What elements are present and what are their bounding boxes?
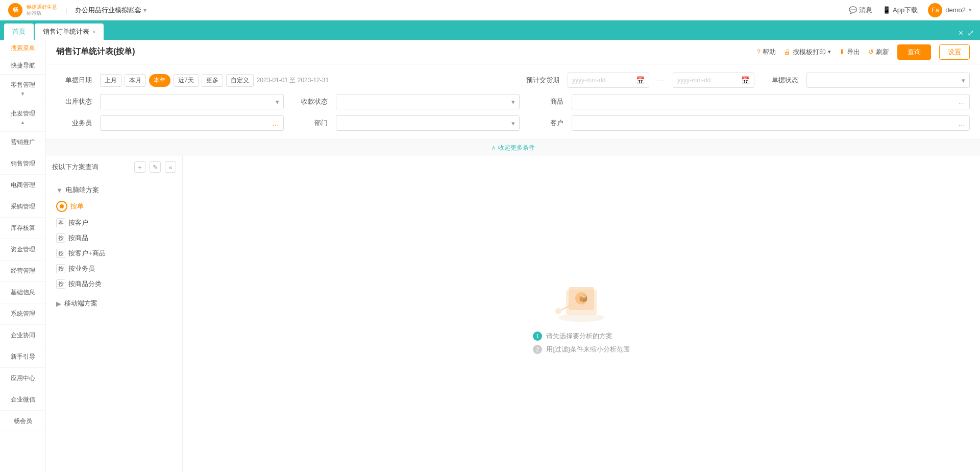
- tab-close-icon[interactable]: ×: [92, 29, 95, 35]
- date-label: 单据日期: [56, 76, 92, 85]
- scheme-item-by-goods[interactable]: 按 按商品: [52, 230, 176, 246]
- logo-subtitle: 畅捷通好生意: [27, 4, 57, 10]
- message-icon: 💬: [849, 6, 857, 14]
- right-panel: 📦 1 请先选择要分析的方案 2 用[过滤]条件来缩小分析范围: [183, 156, 980, 472]
- tip-item-1: 1 请先选择要分析的方案: [533, 332, 629, 341]
- sidebar-item-enterprise[interactable]: 企业协同: [0, 325, 45, 346]
- print-dropdown-icon: ▾: [828, 49, 831, 55]
- top-bar-right: 💬 消息 📱 App下载 Ea demo2 ▾: [849, 3, 972, 17]
- sidebar-item-system[interactable]: 系统管理: [0, 303, 45, 325]
- date-btn-this-year[interactable]: 本年: [149, 74, 170, 87]
- customer-input[interactable]: …: [572, 115, 970, 131]
- user-menu[interactable]: Ea demo2 ▾: [928, 3, 972, 17]
- empty-state: 📦 1 请先选择要分析的方案 2 用[过滤]条件来缩小分析范围: [533, 274, 629, 354]
- goods-input[interactable]: …: [572, 94, 970, 109]
- tab-sales-statistics[interactable]: 销售订单统计表 ×: [35, 23, 104, 40]
- date-range-text: 2023-01-01 至 2023-12-31: [257, 76, 329, 85]
- left-scheme-panel: 按以下方案查询 + ✎ « ▼ 电脑端方案: [46, 156, 183, 472]
- empty-illustration: 📦: [551, 274, 612, 325]
- svg-point-6: [555, 308, 561, 314]
- sidebar-item-basic[interactable]: 基础信息: [0, 282, 45, 303]
- scheme-item-by-category[interactable]: 按 按商品分类: [52, 276, 176, 292]
- goods-more-icon: …: [958, 98, 965, 106]
- app-download-btn[interactable]: 📱 App下载: [883, 6, 918, 15]
- scheme-icon-salesperson: 按: [56, 264, 65, 273]
- sidebar-item-purchase[interactable]: 采购管理: [0, 196, 45, 218]
- sidebar-item-inventory[interactable]: 库存核算: [0, 218, 45, 239]
- shipment-label: 出库状态: [56, 97, 92, 106]
- filter-panel: 单据日期 上月 本月 本年 近7天 更多 自定义 2023-01-01 至 20…: [46, 64, 980, 139]
- scheme-item-by-order[interactable]: 按单: [52, 198, 176, 215]
- salesperson-label: 业务员: [56, 119, 92, 128]
- customer-more-icon: …: [958, 119, 965, 127]
- tabs-bar: 首页 销售订单统计表 × × ⤢: [0, 20, 980, 40]
- add-scheme-btn[interactable]: +: [134, 161, 145, 173]
- left-panel-actions: + ✎ «: [134, 161, 176, 173]
- nav-quick[interactable]: 快捷导航: [0, 57, 45, 75]
- scheme-group-desktop[interactable]: ▼ 电脑端方案: [52, 182, 176, 198]
- filter-row-3: 业务员 … 部门 ▾ 客户 …: [56, 115, 970, 131]
- settings-button[interactable]: 设置: [939, 44, 970, 60]
- date-btn-this-month[interactable]: 本月: [125, 74, 146, 87]
- expected-date-from[interactable]: yyyy-mm-dd 📅: [568, 73, 649, 88]
- maximize-btn[interactable]: ⤢: [967, 28, 974, 38]
- empty-tips: 1 请先选择要分析的方案 2 用[过滤]条件来缩小分析范围: [533, 332, 629, 354]
- page-header: 销售订单统计表(按单) ? 帮助 🖨 按模板打印 ▾ ⬇ 导出 ↺ 刷新: [46, 40, 980, 64]
- export-btn[interactable]: ⬇ 导出: [839, 48, 860, 57]
- department-select[interactable]: ▾: [336, 115, 520, 131]
- sidebar-item-newbie[interactable]: 新手引导: [0, 346, 45, 368]
- edit-scheme-btn[interactable]: ✎: [150, 161, 161, 173]
- sidebar-item-operation[interactable]: 经营管理: [0, 261, 45, 282]
- mobile-arrow-icon: ▶: [56, 300, 61, 308]
- collapse-panel-btn[interactable]: «: [165, 161, 176, 173]
- scheme-item-by-salesperson[interactable]: 按 按业务员: [52, 261, 176, 276]
- date-btn-last7[interactable]: 近7天: [174, 74, 199, 87]
- minimize-btn[interactable]: ×: [959, 29, 963, 38]
- goods-label: 商品: [528, 97, 564, 106]
- group-arrow-icon: ▼: [56, 186, 63, 194]
- filter-row-2: 出库状态 ▾ 收款状态 ▾ 商品 …: [56, 94, 970, 109]
- salesperson-more-icon: …: [272, 119, 279, 127]
- help-icon: ?: [757, 48, 761, 56]
- scheme-group-mobile[interactable]: ▶ 移动端方案: [52, 296, 176, 311]
- left-panel-header: 按以下方案查询 + ✎ «: [46, 156, 182, 178]
- nav-search[interactable]: 搜索菜单: [0, 40, 45, 57]
- sidebar-item-apps[interactable]: 应用中心: [0, 368, 45, 389]
- collection-select[interactable]: ▾: [336, 94, 520, 109]
- svg-text:📦: 📦: [579, 294, 588, 303]
- message-btn[interactable]: 💬 消息: [849, 6, 872, 15]
- main-layout: 搜索菜单 快捷导航 零售管理 ▼ 批发管理 ▲ 营销推广 销售管理 电商管理 采…: [0, 40, 980, 472]
- status-select[interactable]: ▾: [806, 73, 970, 88]
- status-dropdown-icon: ▾: [962, 77, 965, 84]
- date-btn-last-month[interactable]: 上月: [100, 74, 121, 87]
- salesperson-input[interactable]: …: [100, 115, 284, 131]
- sidebar-item-finance[interactable]: 资金管理: [0, 239, 45, 261]
- status-label: 单据状态: [763, 76, 798, 85]
- query-button[interactable]: 查询: [897, 44, 931, 60]
- sidebar-item-retail[interactable]: 零售管理 ▼: [0, 75, 45, 103]
- download-icon: 📱: [883, 6, 891, 14]
- tip-num-1: 1: [533, 332, 542, 341]
- date-btn-custom[interactable]: 自定义: [226, 74, 254, 87]
- sidebar-item-wechat[interactable]: 企业微信: [0, 389, 45, 411]
- sidebar-item-member[interactable]: 畅会员: [0, 411, 45, 432]
- tab-home[interactable]: 首页: [4, 23, 34, 40]
- refresh-btn[interactable]: ↺ 刷新: [868, 48, 889, 57]
- sidebar-item-wholesale[interactable]: 批发管理 ▲: [0, 103, 45, 132]
- template-print-btn[interactable]: 🖨 按模板打印 ▾: [784, 48, 831, 57]
- active-scheme-icon: [56, 201, 67, 212]
- sidebar-item-sales[interactable]: 销售管理: [0, 153, 45, 175]
- collapse-bar[interactable]: ∧ 收起更多条件: [46, 139, 980, 156]
- scheme-item-by-customer-goods[interactable]: 按 按客户+商品: [52, 246, 176, 261]
- sidebar-item-ecommerce[interactable]: 电商管理: [0, 175, 45, 196]
- help-btn[interactable]: ? 帮助: [757, 48, 776, 57]
- expected-date-to[interactable]: yyyy-mm-dd 📅: [673, 73, 754, 88]
- collapse-icon: ∧: [491, 144, 496, 151]
- dropdown-icon[interactable]: ▾: [143, 7, 146, 14]
- date-btn-more[interactable]: 更多: [202, 74, 223, 87]
- shipment-select[interactable]: ▾: [100, 94, 284, 109]
- sidebar-item-marketing[interactable]: 营销推广: [0, 132, 45, 153]
- customer-label: 客户: [528, 119, 564, 128]
- scheme-item-by-customer[interactable]: 客 按客户: [52, 215, 176, 230]
- user-dropdown-icon: ▾: [969, 7, 972, 13]
